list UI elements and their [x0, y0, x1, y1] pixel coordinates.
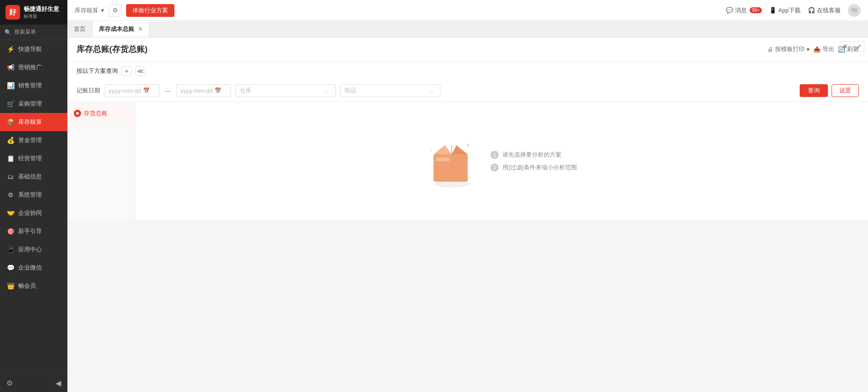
gear-icon: ⚙	[112, 7, 118, 14]
sidebar-item-finance[interactable]: 💰 资金管理	[0, 131, 67, 149]
tab-inventory-ledger[interactable]: 库存成本总账 ✕	[92, 21, 149, 37]
scheme-item-inventory-ledger[interactable]: 存货总账	[67, 106, 135, 121]
svg-text:✦: ✦	[429, 148, 433, 153]
sidebar-item-member[interactable]: 👑 畅会员	[0, 277, 67, 295]
sidebar-item-purchase[interactable]: 🛒 采购管理	[0, 95, 67, 113]
empty-hint-2-text: 用[过滤]条件来缩小分析范围	[502, 163, 577, 172]
date-from-input[interactable]: yyyy-mm-dd 📅	[105, 84, 159, 97]
user-name: Rit	[852, 8, 857, 13]
empty-state: ✦ ✦ 1 请先选择要分析的方案 2 用[过滤]条件来缩小分析范围	[136, 102, 868, 220]
topbar-settings-button[interactable]: ⚙	[109, 4, 122, 17]
sidebar-item-sales[interactable]: 📊 销售管理	[0, 76, 67, 95]
date-from-placeholder: yyyy-mm-dd	[109, 87, 141, 94]
product-select[interactable]: 商品 ···	[340, 84, 440, 97]
empty-svg: ✦ ✦	[427, 129, 481, 188]
tab-inventory-ledger-label: 库存成本总账	[99, 25, 134, 33]
message-button[interactable]: 💬 消息 99+	[726, 6, 762, 15]
sidebar-item-marketing-label: 营销推广	[18, 63, 42, 71]
print-button[interactable]: 🖨 按模板打印 ▾	[767, 45, 810, 53]
logo-icon: 好	[5, 5, 20, 20]
printer-icon: 🖨	[767, 46, 773, 53]
settings-bottom-icon[interactable]: ⚙	[6, 379, 13, 387]
print-dropdown-icon: ▾	[807, 46, 810, 53]
sidebar-item-marketing[interactable]: 📢 营销推广	[0, 58, 67, 76]
filter-header: 按以下方案查询 + ≪	[67, 61, 868, 81]
sidebar-item-shortcut[interactable]: ⚡ 快捷导航	[0, 40, 67, 58]
tab-close-button[interactable]: ✕	[138, 26, 143, 32]
empty-hint-2: 2 用[过滤]条件来缩小分析范围	[490, 163, 577, 172]
app-logo: 好 畅捷通好生意 标准版	[0, 0, 67, 25]
content-with-scheme: 存货总账	[67, 102, 868, 220]
hint-num-1: 1	[490, 151, 499, 159]
warehouse-select[interactable]: 仓库 ···	[235, 84, 336, 97]
date-separator: —	[165, 87, 171, 94]
scheme-item-label: 存货总账	[84, 109, 107, 117]
expand-icon: ⤢	[856, 43, 862, 50]
sidebar-search[interactable]: 🔍 搜索菜单	[0, 25, 67, 40]
sidebar-item-guide-label: 新手引导	[18, 227, 42, 235]
search-menu-label: 搜索菜单	[14, 28, 36, 36]
calendar-to-icon: 📅	[214, 87, 221, 94]
sidebar-item-basic-label: 基础信息	[18, 173, 42, 181]
inventory-icon: 📦	[6, 118, 15, 126]
topbar: 库存核算 ▾ ⚙ 体验行业方案 💬 消息 99+ 📱 App下载 🎧 在线客服 …	[67, 0, 868, 21]
app-version: 标准版	[24, 13, 59, 19]
message-icon: 💬	[726, 7, 733, 14]
industry-solution-button[interactable]: 体验行业方案	[126, 4, 174, 17]
sidebar-item-shortcut-label: 快捷导航	[18, 45, 42, 53]
sidebar-item-cooperation[interactable]: 🤝 企业协同	[0, 204, 67, 222]
filter-label: 按以下方案查询	[77, 67, 118, 75]
sidebar-item-operations-label: 经营管理	[18, 154, 42, 163]
date-to-placeholder: yyyy-mm-dd	[180, 87, 213, 94]
product-more-icon[interactable]: ···	[428, 87, 436, 94]
app-download-label: App下载	[778, 6, 801, 15]
search-menu-button[interactable]: 🔍 搜索菜单	[5, 28, 63, 36]
sidebar-item-wechat[interactable]: 💬 企业微信	[0, 259, 67, 277]
breadcrumb-dropdown-icon[interactable]: ▾	[101, 7, 104, 14]
main-area: 库存核算 ▾ ⚙ 体验行业方案 💬 消息 99+ 📱 App下载 🎧 在线客服 …	[67, 0, 868, 392]
app-download-icon: 📱	[769, 7, 776, 14]
sidebar-item-basic[interactable]: 🗂 基础信息	[0, 168, 67, 186]
settings-button[interactable]: 设置	[832, 84, 859, 97]
filter-expand-button[interactable]: ≪	[135, 66, 145, 76]
filter-add-button[interactable]: +	[122, 66, 132, 76]
sidebar-item-finance-label: 资金管理	[18, 136, 42, 144]
tab-home-label: 首页	[74, 25, 86, 33]
guide-icon: 🎯	[6, 227, 15, 235]
date-to-input[interactable]: yyyy-mm-dd 📅	[176, 84, 231, 97]
app-name: 畅捷通好生意	[24, 5, 59, 13]
svg-text:✦: ✦	[465, 142, 471, 149]
cooperation-icon: 🤝	[6, 209, 15, 217]
expand-panel-button[interactable]: ⤢	[853, 41, 864, 52]
message-badge: 99+	[750, 7, 762, 13]
collapse-sidebar-button[interactable]: ◀	[56, 379, 61, 387]
search-button[interactable]: 查询	[800, 84, 828, 97]
topbar-right: 💬 消息 99+ 📱 App下载 🎧 在线客服 Rit	[726, 4, 861, 17]
sidebar-item-purchase-label: 采购管理	[18, 100, 42, 108]
page-title: 库存总账(存货总账)	[77, 44, 148, 55]
sidebar-item-apps[interactable]: 📱 应用中心	[0, 240, 67, 259]
tab-home[interactable]: 首页	[67, 21, 92, 37]
page-header: 库存总账(存货总账) 🖨 按模板打印 ▾ 📤 导出 🔄 刷新	[67, 37, 868, 61]
close-panel-button[interactable]: ✕	[840, 41, 851, 52]
svg-rect-3	[436, 158, 449, 161]
sidebar-item-operations[interactable]: 📋 经营管理	[0, 149, 67, 168]
scheme-dot-icon	[74, 110, 81, 117]
message-label: 消息	[735, 6, 747, 15]
filter-inputs: 记账日期 yyyy-mm-dd 📅 — yyyy-mm-dd 📅 仓库 ···	[67, 81, 868, 102]
sidebar-item-system[interactable]: ⚙ 系统管理	[0, 186, 67, 204]
member-icon: 👑	[6, 282, 15, 290]
sidebar-item-sales-label: 销售管理	[18, 81, 42, 90]
app-download-button[interactable]: 📱 App下载	[769, 6, 801, 15]
basic-icon: 🗂	[6, 173, 15, 181]
warehouse-more-icon[interactable]: ···	[323, 87, 332, 94]
online-service-button[interactable]: 🎧 在线客服	[808, 6, 841, 15]
sidebar-item-inventory-label: 库存核算	[18, 118, 42, 126]
product-placeholder: 商品	[344, 87, 356, 95]
user-avatar[interactable]: Rit	[848, 4, 861, 17]
purchase-icon: 🛒	[6, 100, 15, 108]
sidebar-item-inventory[interactable]: 📦 库存核算	[0, 113, 67, 131]
apps-icon: 📱	[6, 245, 15, 254]
sidebar-item-guide[interactable]: 🎯 新手引导	[0, 222, 67, 240]
export-button[interactable]: 📤 导出	[813, 45, 834, 53]
